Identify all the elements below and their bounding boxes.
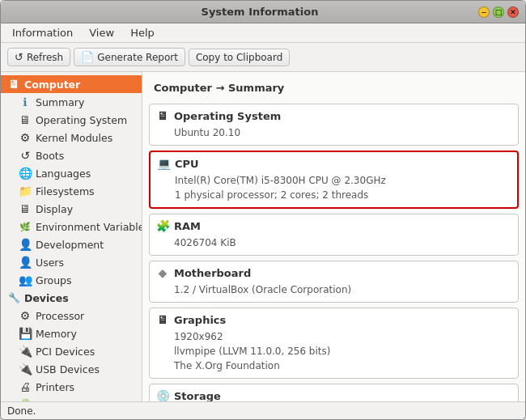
- sidebar-processor-label: Processor: [36, 310, 84, 322]
- sidebar-display-label: Display: [36, 203, 73, 215]
- printers-icon: 🖨: [19, 380, 32, 393]
- sidebar-printers-label: Printers: [36, 381, 74, 393]
- sidebar-item-printers[interactable]: 🖨 Printers: [1, 378, 142, 396]
- sidebar-item-usb[interactable]: 🔌 USB Devices: [1, 360, 142, 378]
- breadcrumb: Computer → Summary: [149, 78, 519, 97]
- motherboard-card-header: ◆ Motherboard: [156, 266, 511, 279]
- sidebar-item-battery[interactable]: 🔋 Battery: [1, 396, 142, 401]
- refresh-icon: ↺: [15, 51, 23, 63]
- os-card-icon: 🖥: [156, 109, 169, 122]
- os-card-header: 🖥 Operating System: [156, 109, 511, 122]
- graphics-card-line-2: The X.Org Foundation: [174, 358, 511, 373]
- cpu-card: 💻 CPU Intel(R) Core(TM) i5-8300H CPU @ 2…: [149, 151, 519, 209]
- toolbar: ↺ Refresh 📄 Generate Report Copy to Clip…: [1, 43, 525, 72]
- ram-card-title: RAM: [174, 220, 201, 232]
- sidebar-usb-label: USB Devices: [36, 363, 100, 375]
- graphics-card-header: 🖥 Graphics: [156, 313, 511, 326]
- cpu-card-body: Intel(R) Core(TM) i5-8300H CPU @ 2.30GHz…: [157, 173, 511, 202]
- storage-card-icon: 💿: [156, 389, 169, 401]
- sidebar-pci-label: PCI Devices: [36, 346, 95, 358]
- ram-card-header: 🧩 RAM: [156, 219, 511, 232]
- users-icon: 👤: [19, 256, 32, 269]
- sidebar-groups-label: Groups: [36, 274, 72, 286]
- window-title: System Information: [41, 6, 478, 18]
- maximize-button[interactable]: □: [493, 6, 504, 18]
- main-content: 🖥 Computer ℹ Summary 🖥 Operating System …: [1, 72, 525, 401]
- usb-icon: 🔌: [19, 363, 32, 375]
- cpu-card-header: 💻 CPU: [157, 157, 511, 170]
- menubar: Information View Help: [1, 23, 525, 43]
- sidebar-filesystems-label: Filesystems: [36, 185, 95, 197]
- sidebar-item-processor[interactable]: ⚙ Processor: [1, 307, 142, 325]
- sidebar: 🖥 Computer ℹ Summary 🖥 Operating System …: [1, 72, 142, 401]
- minimize-icon: −: [481, 8, 487, 16]
- os-card-title: Operating System: [174, 110, 281, 122]
- menu-view[interactable]: View: [83, 25, 121, 40]
- status-text: Done.: [7, 405, 36, 417]
- graphics-card-line-0: 1920x962: [174, 329, 511, 344]
- sidebar-boots-label: Boots: [36, 150, 64, 162]
- ram-card-icon: 🧩: [156, 219, 169, 232]
- titlebar: System Information − □ ✕: [1, 1, 525, 23]
- close-icon: ✕: [510, 8, 516, 16]
- sidebar-summary-label: Summary: [36, 96, 84, 108]
- sidebar-item-computer[interactable]: 🖥 Computer: [1, 75, 142, 93]
- sidebar-item-os[interactable]: 🖥 Operating System: [1, 111, 142, 129]
- sidebar-devices-label: Devices: [24, 292, 69, 304]
- graphics-card: 🖥 Graphics 1920x962 llvmpipe (LLVM 11.0.…: [149, 308, 519, 379]
- sidebar-item-kernel[interactable]: ⚙ Kernel Modules: [1, 129, 142, 146]
- sidebar-memory-label: Memory: [36, 328, 77, 340]
- titlebar-controls: − □ ✕: [478, 6, 519, 18]
- minimize-button[interactable]: −: [478, 6, 490, 18]
- filesystems-icon: 📁: [19, 185, 32, 197]
- groups-icon: 👥: [19, 274, 32, 286]
- report-icon: 📄: [81, 51, 94, 63]
- sidebar-users-label: Users: [36, 257, 64, 269]
- sidebar-item-devices[interactable]: 🔧 Devices: [1, 289, 142, 307]
- sidebar-env-label: Environment Variables: [36, 221, 142, 233]
- storage-card: 💿 Storage VBOX CD-ROM ATA VBOX HARDDISK: [149, 384, 519, 401]
- sidebar-item-users[interactable]: 👤 Users: [1, 253, 142, 271]
- languages-icon: 🌐: [19, 167, 32, 180]
- sidebar-item-languages[interactable]: 🌐 Languages: [1, 164, 142, 182]
- sidebar-os-label: Operating System: [36, 114, 127, 126]
- ram-card: 🧩 RAM 4026704 KiB: [149, 214, 519, 256]
- os-icon: 🖥: [19, 113, 32, 126]
- refresh-button[interactable]: ↺ Refresh: [7, 48, 70, 66]
- statusbar: Done.: [1, 401, 525, 419]
- main-window: System Information − □ ✕ Information Vie…: [0, 0, 526, 420]
- sidebar-item-development[interactable]: 👤 Development: [1, 235, 142, 253]
- motherboard-card-line-0: 1.2 / VirtualBox (Oracle Corporation): [174, 282, 511, 297]
- kernel-icon: ⚙: [19, 131, 32, 144]
- summary-icon: ℹ: [19, 95, 32, 108]
- os-card: 🖥 Operating System Ubuntu 20.10: [149, 104, 519, 146]
- menu-information[interactable]: Information: [6, 25, 79, 40]
- cpu-card-line-0: Intel(R) Core(TM) i5-8300H CPU @ 2.30GHz: [175, 173, 511, 188]
- sidebar-languages-label: Languages: [36, 168, 91, 180]
- maximize-icon: □: [495, 8, 503, 16]
- generate-report-label: Generate Report: [97, 52, 178, 63]
- sidebar-item-groups[interactable]: 👥 Groups: [1, 271, 142, 289]
- processor-icon: ⚙: [19, 309, 32, 322]
- close-button[interactable]: ✕: [507, 6, 519, 18]
- storage-card-header: 💿 Storage: [156, 389, 511, 401]
- storage-card-title: Storage: [174, 390, 221, 402]
- os-card-line-0: Ubuntu 20.10: [174, 125, 511, 140]
- menu-help[interactable]: Help: [124, 25, 161, 40]
- sidebar-item-summary[interactable]: ℹ Summary: [1, 93, 142, 111]
- sidebar-item-env[interactable]: 🌿 Environment Variables: [1, 218, 142, 235]
- graphics-card-line-1: llvmpipe (LLVM 11.0.0, 256 bits): [174, 344, 511, 358]
- dev-icon: 👤: [19, 238, 32, 251]
- motherboard-card: ◆ Motherboard 1.2 / VirtualBox (Oracle C…: [149, 261, 519, 303]
- sidebar-item-boots[interactable]: ↺ Boots: [1, 146, 142, 164]
- copy-label: Copy to Clipboard: [196, 52, 282, 63]
- copy-clipboard-button[interactable]: Copy to Clipboard: [189, 49, 290, 66]
- graphics-card-icon: 🖥: [156, 313, 169, 326]
- detail-pane: Computer → Summary 🖥 Operating System Ub…: [142, 72, 525, 401]
- sidebar-item-pci[interactable]: 🔌 PCI Devices: [1, 342, 142, 360]
- env-icon: 🌿: [19, 220, 32, 233]
- sidebar-item-memory[interactable]: 💾 Memory: [1, 325, 142, 342]
- sidebar-item-display[interactable]: 🖥 Display: [1, 200, 142, 218]
- sidebar-item-filesystems[interactable]: 📁 Filesystems: [1, 182, 142, 200]
- generate-report-button[interactable]: 📄 Generate Report: [74, 48, 185, 66]
